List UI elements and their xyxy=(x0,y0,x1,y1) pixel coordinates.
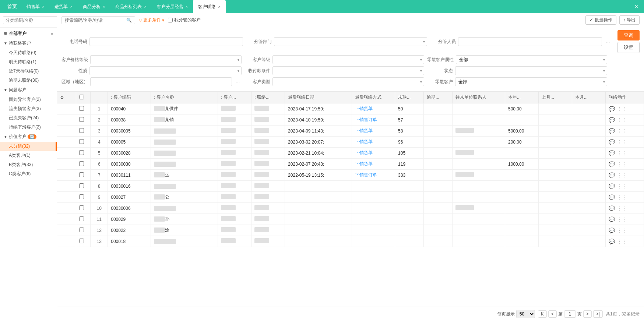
contact-way-link[interactable]: 下销货单 xyxy=(355,106,373,111)
filter-select-price-level[interactable] xyxy=(90,55,242,64)
sidebar-item-a-class[interactable]: A类客户(1) xyxy=(0,151,57,160)
row-checkbox[interactable] xyxy=(79,106,84,111)
contact-icon[interactable]: 💬 xyxy=(609,172,615,178)
contact-way-link[interactable]: 下销货单 xyxy=(355,150,373,155)
contact-icon[interactable]: 💬 xyxy=(609,117,615,123)
filter-select-status[interactable] xyxy=(455,66,607,75)
sidebar-item-unclassified[interactable]: 未分组(32) xyxy=(0,142,57,151)
row-checkbox[interactable] xyxy=(79,227,84,232)
more-icon[interactable]: ⋮⋮ xyxy=(617,205,627,211)
col-code[interactable]: : 客户编码 xyxy=(108,92,151,103)
more-conditions-toggle[interactable]: ▽ 更多条件 ▾ xyxy=(139,17,164,23)
sidebar-group-value[interactable]: ▼ 价值客户 🔄 xyxy=(0,132,57,142)
per-page-select[interactable]: 50 100 xyxy=(516,310,535,318)
more-icon[interactable]: ⋮⋮ xyxy=(617,106,627,112)
sidebar-item-c-class[interactable]: C类客户(6) xyxy=(0,169,57,179)
tab-customer-tier[interactable]: 客户分层经营 × xyxy=(152,0,193,13)
filter-select-retail-customer[interactable]: 全部 xyxy=(455,77,607,86)
col-company-contact[interactable]: 往来单位联系人 xyxy=(453,92,505,103)
contact-icon[interactable]: 💬 xyxy=(609,216,615,222)
row-checkbox[interactable] xyxy=(79,194,84,199)
more-icon[interactable]: ⋮⋮ xyxy=(617,227,627,233)
col-settings[interactable]: ⚙ xyxy=(57,92,76,103)
more-icon[interactable]: ⋮⋮ xyxy=(617,128,627,134)
col-last-contact-date[interactable]: 最后联络日期 xyxy=(285,92,352,103)
row-checkbox[interactable] xyxy=(79,172,84,177)
row-checkbox[interactable] xyxy=(79,183,84,188)
contact-way-link[interactable]: 下销货单 xyxy=(355,128,373,133)
more-icon[interactable]: ⋮⋮ xyxy=(617,117,627,123)
contact-way-link[interactable]: 下销售订单 xyxy=(355,117,377,122)
col-this-year[interactable]: 本年... xyxy=(505,92,538,103)
contact-icon[interactable]: 💬 xyxy=(609,139,615,145)
contact-icon[interactable]: 💬 xyxy=(609,239,615,244)
more-icon[interactable]: ⋮⋮ xyxy=(617,139,627,145)
row-checkbox[interactable] xyxy=(79,239,84,243)
nav-close-button[interactable]: × xyxy=(632,3,641,10)
search-button[interactable]: 查询 xyxy=(617,30,640,40)
contact-icon[interactable]: 💬 xyxy=(609,194,615,200)
sidebar-collapse-button[interactable]: « xyxy=(50,31,53,36)
filter-select-nature[interactable] xyxy=(89,66,242,75)
filter-select-customer-type[interactable] xyxy=(272,77,425,86)
more-icon[interactable]: ⋮⋮ xyxy=(617,150,627,156)
row-checkbox[interactable] xyxy=(79,161,84,166)
close-product-analysis-list-tab[interactable]: × xyxy=(144,4,146,9)
filter-input-person[interactable] xyxy=(458,37,602,46)
sidebar-item-b-class[interactable]: B类客户(33) xyxy=(0,160,57,169)
select-all-checkbox[interactable] xyxy=(79,95,84,99)
contact-icon[interactable]: 💬 xyxy=(609,205,615,211)
filter-select-dept[interactable] xyxy=(274,37,427,46)
sidebar-item-tomorrow[interactable]: 明天待联络(1) xyxy=(0,57,57,67)
filter-select-customer-level[interactable] xyxy=(272,55,425,64)
filter-search-input[interactable] xyxy=(65,18,126,23)
contact-icon[interactable]: 💬 xyxy=(609,161,615,167)
row-checkbox[interactable] xyxy=(79,150,84,155)
more-icon[interactable]: ⋮⋮ xyxy=(617,161,627,167)
sidebar-item-lost[interactable]: 已流失客户(24) xyxy=(0,113,57,123)
sidebar-item-no-order[interactable]: 持续下滑客户(2) xyxy=(0,123,57,132)
sidebar-search-input[interactable] xyxy=(3,16,57,24)
tab-home[interactable]: 首页 xyxy=(3,0,21,13)
contact-icon[interactable]: 💬 xyxy=(609,150,615,156)
sidebar-item-lost-risk[interactable]: 流失预警客户(3) xyxy=(0,104,57,113)
col-this-month[interactable]: 本月... xyxy=(572,92,605,103)
contact-icon[interactable]: 💬 xyxy=(609,227,615,233)
contact-way-link[interactable]: 下销货单 xyxy=(355,161,373,166)
sidebar-item-today[interactable]: 今天待联络(0) xyxy=(0,48,57,57)
tab-customer-contact[interactable]: 客户联络 × xyxy=(193,0,225,13)
sidebar-item-overdue[interactable]: 逾期未联络(30) xyxy=(0,76,57,85)
filter-select-retail-attr[interactable]: 全部 xyxy=(456,55,607,64)
export-button[interactable]: ↑ 导出 xyxy=(619,15,640,25)
more-icon[interactable]: ⋮⋮ xyxy=(617,172,627,178)
page-number-input[interactable] xyxy=(564,310,576,318)
col-contact[interactable]: : 联络... xyxy=(251,92,285,103)
sidebar-group-pending[interactable]: ▼ 待联络客户 xyxy=(0,38,57,48)
sidebar-group-problem[interactable]: ▼ 问题客户 xyxy=(0,85,57,95)
batch-ops-button[interactable]: ✓ 批量操作 xyxy=(585,15,616,25)
next-page-button[interactable]: > xyxy=(583,310,592,318)
contact-icon[interactable]: 💬 xyxy=(609,106,615,112)
row-checkbox[interactable] xyxy=(79,205,84,210)
close-purchase-tab[interactable]: × xyxy=(70,4,72,9)
contact-icon[interactable]: 💬 xyxy=(609,183,615,189)
tab-purchase[interactable]: 进货单 × xyxy=(49,0,77,13)
col-uncontacted[interactable]: 未联... xyxy=(395,92,424,103)
more-icon[interactable]: ⋮⋮ xyxy=(617,183,627,189)
filter-search-icon[interactable]: 🔍 xyxy=(126,18,132,23)
row-checkbox[interactable] xyxy=(79,128,84,133)
ellipsis-icon[interactable]: … xyxy=(604,39,612,44)
more-icon[interactable]: ⋮⋮ xyxy=(617,194,627,200)
col-last-month[interactable]: 上月... xyxy=(538,92,572,103)
filter-input-phone[interactable] xyxy=(89,37,243,46)
ellipsis-icon[interactable]: … xyxy=(234,79,242,84)
row-checkbox[interactable] xyxy=(79,216,84,221)
col-name[interactable]: : 客户名称 xyxy=(151,92,218,103)
reset-button[interactable]: 设置 xyxy=(617,42,640,53)
close-customer-contact-tab[interactable]: × xyxy=(218,4,220,9)
more-icon[interactable]: ⋮⋮ xyxy=(617,216,627,222)
contact-way-link[interactable]: 下销售订单 xyxy=(355,172,377,177)
close-product-analysis-tab[interactable]: × xyxy=(103,4,105,9)
tab-product-analysis[interactable]: 商品分析 × xyxy=(78,0,110,13)
tab-sales[interactable]: 销售单 × xyxy=(21,0,49,13)
